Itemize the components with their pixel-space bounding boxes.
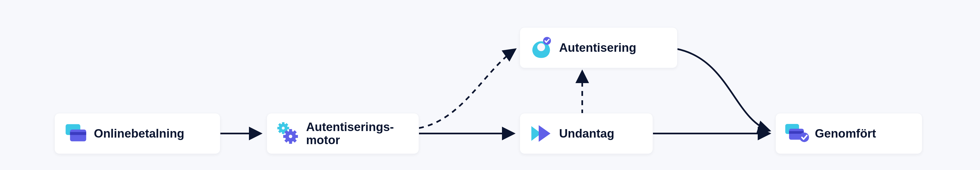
node-online-payment: Onlinebetalning: [54, 113, 220, 154]
node-online-payment-label: Onlinebetalning: [94, 127, 184, 140]
gears-icon: [275, 120, 301, 147]
svg-line-18: [285, 132, 287, 133]
svg-point-23: [537, 43, 545, 51]
node-auth-engine: Autentiserings- motor: [267, 113, 419, 154]
svg-line-8: [279, 124, 281, 125]
edge-authentication-completed: [678, 49, 770, 131]
person-check-icon: [528, 35, 554, 61]
forward-icon: [528, 120, 554, 147]
svg-rect-1: [70, 130, 86, 141]
svg-line-10: [279, 130, 281, 132]
svg-line-21: [294, 132, 296, 133]
node-completed: Genomfört: [775, 113, 922, 154]
svg-point-28: [800, 133, 809, 142]
svg-line-19: [294, 140, 296, 142]
svg-point-22: [289, 135, 293, 138]
card-check-icon: [784, 120, 810, 147]
node-auth-engine-label: Autentiserings- motor: [306, 120, 394, 147]
edge-authengine-authentication: [419, 49, 515, 128]
svg-line-11: [286, 124, 287, 125]
svg-rect-2: [70, 132, 86, 135]
svg-rect-27: [789, 131, 804, 134]
node-completed-label: Genomfört: [815, 127, 876, 140]
svg-point-12: [282, 127, 285, 130]
node-exemption: Undantag: [520, 113, 653, 154]
card-icon: [63, 120, 89, 147]
node-authentication-label: Autentisering: [559, 41, 636, 54]
node-authentication: Autentisering: [520, 27, 678, 68]
node-exemption-label: Undantag: [559, 127, 614, 140]
svg-line-20: [285, 140, 287, 142]
flow-diagram: Onlinebetalning: [0, 0, 980, 170]
